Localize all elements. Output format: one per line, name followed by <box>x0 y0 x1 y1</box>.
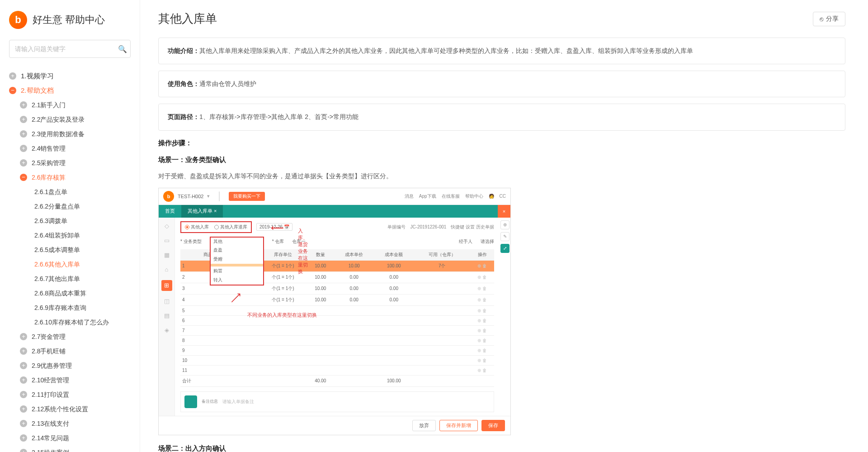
ss-close-icon[interactable]: × <box>498 205 510 218</box>
nav-item[interactable]: +2.13在线支付 <box>20 416 131 431</box>
nav-item[interactable]: 2.6.7其他出库单 <box>34 271 131 286</box>
ss-table-row[interactable]: 4个(1 = 1个)10.000.000.00⊕ 🗑 <box>180 294 494 305</box>
ss-row-actions[interactable]: ⊕ 🗑 <box>470 325 494 335</box>
ss-biz-dropdown[interactable]: 其他 盘盈受赠购置转入 <box>210 237 264 247</box>
nav-item[interactable]: 2.6.1盘点单 <box>34 185 131 199</box>
nav-item[interactable]: 2.6.3调拨单 <box>34 214 131 228</box>
ss-rail-icon[interactable]: ◇ <box>163 222 171 230</box>
ss-cell <box>414 305 470 315</box>
nav-item[interactable]: 2.6.5成本调整单 <box>34 243 131 257</box>
ss-row-actions[interactable]: ⊕ 🗑 <box>470 271 494 283</box>
ss-row-actions[interactable]: ⊕ 🗑 <box>470 345 494 355</box>
ss-remark-label: 备注信息 <box>202 399 218 404</box>
ss-row-actions[interactable]: ⊕ 🗑 <box>470 365 494 375</box>
nav-item[interactable]: +2.12系统个性化设置 <box>20 402 131 416</box>
ss-toolbar-link[interactable]: 设置 <box>466 224 476 229</box>
ss-tool-icon[interactable]: ⊕ <box>500 220 509 229</box>
ss-row-actions[interactable]: ⊕ 🗑 <box>470 315 494 325</box>
ss-radio-return[interactable]: 其他入库退库 <box>214 224 247 230</box>
ss-cell: 10.00 <box>307 260 335 271</box>
ss-rail-icon[interactable]: ▭ <box>163 237 171 245</box>
nav-item[interactable]: +2.10经营管理 <box>20 373 131 387</box>
ss-reset-button[interactable]: 放弃 <box>412 420 436 431</box>
nav-item[interactable]: +2.7资金管理 <box>20 329 131 344</box>
ss-buy-button[interactable]: 我要购买一下 <box>229 192 265 201</box>
ss-table-row[interactable]: 9⊕ 🗑 <box>180 345 494 355</box>
ss-cell: 10.00 <box>307 283 335 294</box>
ss-rail-icon[interactable]: ▦ <box>163 251 171 259</box>
ss-cell <box>414 325 470 335</box>
nav-item[interactable]: +2.1新手入门 <box>20 98 131 112</box>
ss-cell: 0.00 <box>334 271 374 283</box>
ss-row-actions[interactable]: ⊕ 🗑 <box>470 283 494 294</box>
nav-item[interactable]: 2.6.10库存账本错了怎么办 <box>34 315 131 329</box>
ss-save-button[interactable]: 保存 <box>481 420 505 431</box>
ss-table-row[interactable]: 7⊕ 🗑 <box>180 325 494 335</box>
ss-remark-icon <box>184 395 197 408</box>
search-icon[interactable]: 🔍 <box>118 45 127 53</box>
ss-cell <box>219 325 259 335</box>
collapse-icon: − <box>20 174 27 181</box>
ss-dropdown-option[interactable]: 购置 <box>211 266 263 276</box>
ss-rail-icon-active[interactable]: ⊞ <box>161 280 172 291</box>
ss-radio-in[interactable]: 其他入库 <box>185 224 209 230</box>
ss-save-add-button[interactable]: 保存并新增 <box>439 420 478 431</box>
nav-item[interactable]: 2.6.8商品成本重算 <box>34 286 131 300</box>
ss-rail-icon[interactable]: ▤ <box>163 312 171 320</box>
search-input[interactable] <box>9 40 131 58</box>
ss-table-row[interactable]: 11⊕ 🗑 <box>180 365 494 375</box>
nav-item[interactable]: −2.帮助文档 <box>9 83 131 98</box>
ss-rail-icon[interactable]: ⌂ <box>163 266 171 274</box>
sidebar: b 好生意 帮助中心 🔍 +1.视频学习−2.帮助文档+2.1新手入门+2.2产… <box>0 0 140 452</box>
ss-dropdown-option[interactable]: 盘盈 <box>211 246 263 255</box>
ss-row-actions[interactable]: ⊕ 🗑 <box>470 305 494 315</box>
ss-toolbar-link[interactable]: 快捷键 <box>451 224 466 229</box>
ss-remark-input[interactable]: 请输入单据备注 <box>222 399 490 405</box>
ss-tab-current[interactable]: 其他入库单 × <box>181 205 223 218</box>
nav-item[interactable]: 2.6.6其他入库单 <box>34 257 131 271</box>
ss-table-row[interactable]: 5⊕ 🗑 <box>180 305 494 315</box>
nav-item[interactable]: +2.5采购管理 <box>20 156 131 170</box>
ss-row-actions[interactable]: ⊕ 🗑 <box>470 335 494 345</box>
ss-avatar-icon[interactable]: 🧑 <box>489 194 494 199</box>
share-button[interactable]: ⎋ 分享 <box>813 12 845 26</box>
nav-item[interactable]: +1.视频学习 <box>9 69 131 83</box>
ss-cell <box>414 355 470 365</box>
ss-rail-icon[interactable]: ◫ <box>163 297 171 305</box>
nav-item[interactable]: +2.9优惠券管理 <box>20 358 131 373</box>
ss-row-actions[interactable]: ⊕ 🗑 <box>470 260 494 271</box>
ss-table-row[interactable]: 6⊕ 🗑 <box>180 315 494 325</box>
ss-cell <box>414 283 470 294</box>
ss-dropdown-option[interactable]: 转入 <box>211 276 263 285</box>
nav-item[interactable]: 2.6.4组装拆卸单 <box>34 228 131 243</box>
nav-item[interactable]: −2.6库存核算 <box>20 170 131 185</box>
ss-top-link[interactable]: 帮助中心 <box>465 193 483 200</box>
ss-dropdown-option[interactable]: 受赠 <box>211 255 263 264</box>
nav-item[interactable]: 2.6.9库存账本查询 <box>34 300 131 315</box>
ss-top-link[interactable]: App下载 <box>419 193 436 200</box>
nav-item[interactable]: +2.15操作案例 <box>20 445 131 452</box>
ss-table-row[interactable]: 8⊕ 🗑 <box>180 335 494 345</box>
ss-tool-icon[interactable]: ⤢ <box>500 244 509 253</box>
ss-search-input[interactable] <box>219 191 220 201</box>
nav-item[interactable]: 2.6.2分量盘点单 <box>34 199 131 214</box>
nav-item[interactable]: +2.14常见问题 <box>20 431 131 445</box>
ss-tab-home[interactable]: 首页 <box>159 205 181 218</box>
ss-op-value[interactable]: 请选择 <box>481 238 494 245</box>
ss-top-link[interactable]: CC <box>500 194 506 199</box>
nav-item[interactable]: +2.3使用前数据准备 <box>20 127 131 141</box>
ss-rail-icon[interactable]: ◈ <box>163 326 171 334</box>
ss-top-link[interactable]: 在线客服 <box>442 193 460 200</box>
ss-cell <box>334 305 374 315</box>
ss-table-row[interactable]: 10⊕ 🗑 <box>180 355 494 365</box>
nav-item[interactable]: +2.4销售管理 <box>20 141 131 156</box>
ss-row-actions[interactable]: ⊕ 🗑 <box>470 294 494 305</box>
ss-row-actions[interactable]: ⊕ 🗑 <box>470 355 494 365</box>
ss-tool-icon[interactable]: ✎ <box>500 232 509 241</box>
ss-top-link[interactable]: 消息 <box>405 193 414 200</box>
nav-item[interactable]: +2.2产品安装及登录 <box>20 112 131 127</box>
expand-icon: + <box>20 333 27 340</box>
nav-item[interactable]: +2.11打印设置 <box>20 387 131 402</box>
ss-toolbar-link[interactable]: 历史单据 <box>476 224 494 229</box>
nav-item[interactable]: +2.8手机旺铺 <box>20 344 131 358</box>
